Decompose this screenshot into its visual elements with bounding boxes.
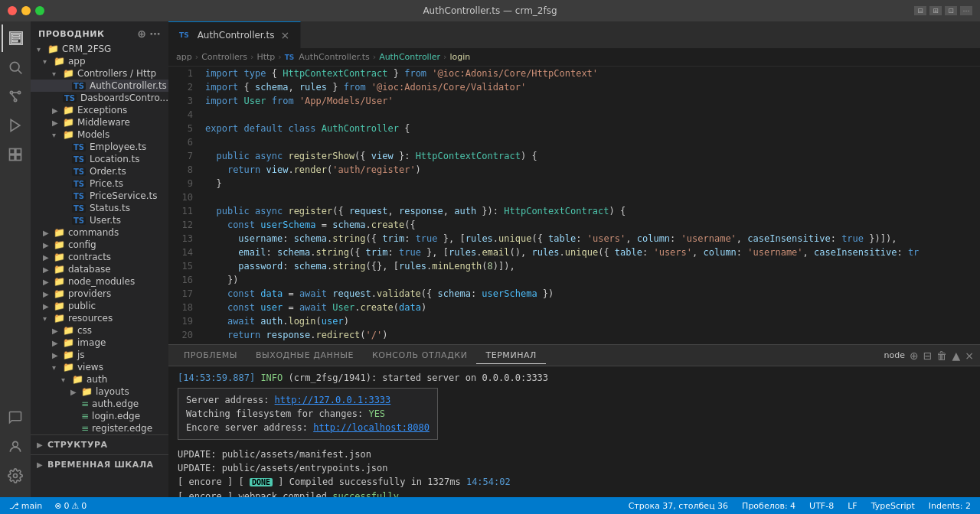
sidebar-item-login-edge[interactable]: ≡ login.edge <box>31 410 168 422</box>
breadcrumb-http[interactable]: Http <box>256 52 275 62</box>
layout-icon[interactable]: ⊟ <box>914 6 926 15</box>
code-line-14[interactable]: email: schema.string({ trim: true }, [ru… <box>202 246 919 259</box>
sidebar-item-node-modules[interactable]: ▶ 📁 node_modules <box>31 275 168 288</box>
tab-problems[interactable]: ПРОБЛЕМЫ <box>175 347 247 363</box>
close-button[interactable] <box>8 6 17 15</box>
sidebar-item-extensions[interactable] <box>2 141 29 168</box>
code-line-2[interactable]: import { schema, rules } from '@ioc:Adon… <box>202 80 919 94</box>
new-terminal-icon[interactable]: ⊕ <box>910 350 919 362</box>
status-git-branch[interactable]: ⎇ main <box>6 501 45 511</box>
minimize-button[interactable] <box>21 6 31 15</box>
code-line-8[interactable]: return view.render('auth/register') <box>202 163 919 177</box>
sidebar-item-middleware[interactable]: ▶ 📁 Middleware <box>31 116 168 128</box>
code-content[interactable]: import type { HttpContextContract } from… <box>202 67 919 344</box>
sidebar-item-authcontroller[interactable]: TS AuthController.ts <box>31 80 168 92</box>
sidebar-item-dashboards[interactable]: TS DasboardsContro... <box>31 92 168 104</box>
breadcrumb-app[interactable]: app <box>176 52 192 62</box>
sidebar-item-employee[interactable]: TS Employee.ts <box>31 141 168 153</box>
sidebar-item-commands[interactable]: ▶ 📁 commands <box>31 226 168 239</box>
kill-terminal-icon[interactable]: 🗑 <box>936 350 947 362</box>
code-line-3[interactable]: import User from 'App/Models/User' <box>202 94 919 108</box>
sidebar-item-database[interactable]: ▶ 📁 database <box>31 263 168 275</box>
breadcrumb-method[interactable]: login <box>449 52 470 62</box>
split-terminal-icon[interactable]: ⊟ <box>923 350 933 362</box>
sidebar-item-auth[interactable]: ▾ 📁 auth <box>31 373 168 386</box>
terminal-content[interactable]: [14:53:59.887] INFO (crm_2fsg/1941): sta… <box>168 366 980 497</box>
sidebar-item-layouts[interactable]: ▶ 📁 layouts <box>31 386 168 398</box>
sidebar-item-auth-edge[interactable]: ≡ auth.edge <box>31 398 168 410</box>
status-encoding[interactable]: UTF-8 <box>806 501 837 511</box>
split-icon[interactable]: ⊞ <box>929 6 942 15</box>
status-spaces[interactable]: Пробелов: 4 <box>739 501 799 511</box>
new-file-icon[interactable]: ⊕ <box>137 28 146 40</box>
sidebar-item-views[interactable]: ▾ 📁 views <box>31 361 168 373</box>
sidebar-item-register-edge[interactable]: ≡ register.edge <box>31 422 168 434</box>
account-icon[interactable] <box>2 433 29 460</box>
status-indents[interactable]: Indents: 2 <box>926 501 974 511</box>
code-line-18[interactable]: const user = await User.create(data) <box>202 301 919 314</box>
sidebar-item-image[interactable]: ▶ 📁 image <box>31 337 168 349</box>
code-line-4[interactable] <box>202 108 919 122</box>
sidebar-item-search[interactable] <box>2 54 29 81</box>
code-line-13[interactable]: username: schema.string({ trim: true }, … <box>202 232 919 246</box>
more-icon[interactable]: ⋯ <box>960 6 972 15</box>
code-line-5[interactable]: export default class AuthController { <box>202 122 919 135</box>
sidebar-item-debug[interactable] <box>2 112 29 139</box>
structure-header[interactable]: ▶ СТРУКТУРА <box>31 438 168 451</box>
tab-terminal[interactable]: ТЕРМИНАЛ <box>476 347 546 364</box>
breadcrumb-file[interactable]: AuthController.ts <box>299 52 369 62</box>
settings-icon[interactable] <box>2 462 29 490</box>
code-line-16[interactable]: }) <box>202 273 919 287</box>
sidebar-item-models[interactable]: ▾ 📁 Models <box>31 128 168 141</box>
code-line-9[interactable]: } <box>202 177 919 190</box>
status-line-ending[interactable]: LF <box>844 501 860 511</box>
code-line-17[interactable]: const data = await request.validate({ sc… <box>202 287 919 301</box>
panel-icon[interactable]: ⊡ <box>945 6 957 15</box>
sidebar-item-status[interactable]: TS Status.ts <box>31 202 168 214</box>
breadcrumb-class[interactable]: AuthController <box>379 52 440 62</box>
timeline-header[interactable]: ▶ ВРЕМЕННАЯ ШКАЛА <box>31 458 168 471</box>
sidebar-item-priceservice[interactable]: TS PriceService.ts <box>31 190 168 202</box>
code-line-7[interactable]: public async registerShow({ view }: Http… <box>202 149 919 163</box>
close-panel-icon[interactable]: × <box>965 350 974 362</box>
sidebar-item-resources[interactable]: ▾ 📁 resources <box>31 312 168 324</box>
status-position[interactable]: Строка 37, столбец 36 <box>626 501 731 511</box>
code-line-6[interactable] <box>202 135 919 149</box>
sidebar-item-js[interactable]: ▶ 📁 js <box>31 349 168 361</box>
code-line-12[interactable]: const userSchema = schema.create({ <box>202 218 919 232</box>
tab-close-icon[interactable]: × <box>279 29 291 41</box>
sidebar-item-controllers-http[interactable]: ▾ 📁 Controllers / Http <box>31 67 168 80</box>
code-line-1[interactable]: import type { HttpContextContract } from… <box>202 67 919 80</box>
tab-output[interactable]: ВЫХОДНЫЕ ДАННЫЕ <box>247 347 363 363</box>
status-errors[interactable]: ⊗ 0 ⚠ 0 <box>51 501 90 511</box>
status-language[interactable]: TypeScript <box>868 501 918 511</box>
remote-icon[interactable] <box>2 404 29 431</box>
code-line-10[interactable] <box>202 190 919 204</box>
sidebar-item-contracts[interactable]: ▶ 📁 contracts <box>31 251 168 263</box>
tab-authcontroller[interactable]: TS AuthController.ts × <box>168 21 301 48</box>
sidebar-item-source-control[interactable] <box>2 83 29 110</box>
sidebar-item-order[interactable]: TS Order.ts <box>31 165 168 177</box>
sidebar-item-providers[interactable]: ▶ 📁 providers <box>31 288 168 300</box>
sidebar-item-app[interactable]: ▾ 📁 app <box>31 55 168 67</box>
code-editor[interactable]: 1234567891011121314151617181920212223242… <box>168 67 980 344</box>
sidebar-item-config[interactable]: ▶ 📁 config <box>31 239 168 251</box>
maximize-panel-icon[interactable]: ▲ <box>952 350 960 362</box>
more-actions-icon[interactable]: ⋯ <box>149 28 161 40</box>
sidebar-item-css[interactable]: ▶ 📁 css <box>31 324 168 337</box>
breadcrumb-controllers[interactable]: Controllers <box>201 52 247 62</box>
sidebar-item-crm2fsg[interactable]: ▾ 📁 CRM_2FSG <box>31 43 168 55</box>
tab-debug-console[interactable]: КОНСОЛЬ ОТЛАДКИ <box>363 347 476 363</box>
sidebar-item-price[interactable]: TS Price.ts <box>31 177 168 190</box>
code-line-11[interactable]: public async register({ request, respons… <box>202 204 919 218</box>
code-line-20[interactable]: return response.redirect('/') <box>202 328 919 342</box>
code-line-19[interactable]: await auth.login(user) <box>202 314 919 328</box>
sidebar-item-location[interactable]: TS Location.ts <box>31 153 168 165</box>
code-line-15[interactable]: password: schema.string({}, [rules.minLe… <box>202 259 919 273</box>
maximize-button[interactable] <box>35 6 44 15</box>
sidebar-item-user[interactable]: TS User.ts <box>31 214 168 226</box>
sidebar-item-explorer[interactable] <box>2 24 29 52</box>
sidebar-item-exceptions[interactable]: ▶ 📁 Exceptions <box>31 104 168 116</box>
code-line-21[interactable]: } <box>202 342 919 344</box>
sidebar-item-public[interactable]: ▶ 📁 public <box>31 300 168 312</box>
